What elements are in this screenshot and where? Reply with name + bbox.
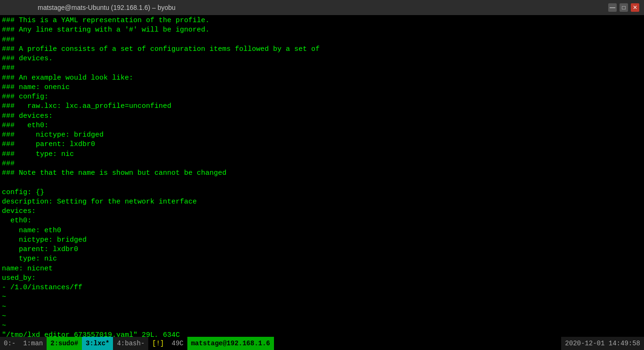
terminal-comment: ### eth0: [2,121,642,130]
maximize-button[interactable]: □ [620,3,628,12]
status-seg-4[interactable]: 4:bash- [113,337,148,350]
terminal-line: name: eth0 [2,226,642,236]
terminal-line: name: nicnet [2,264,642,274]
terminal-comment: ### config: [2,92,642,102]
status-datetime: 2020-12-01 14:49:58 [561,337,644,350]
terminal-comment: ### [2,159,642,169]
terminal-comment: ### parent: lxdbr0 [2,140,642,149]
terminal-line: parent: lxdbr0 [2,245,642,254]
terminal-content: ### This is a YAML representation of the… [0,15,644,337]
status-alert: [!] [148,337,168,350]
terminal-comment: ### A profile consists of a set of confi… [2,45,642,54]
terminal-tilde: ~ [2,312,642,321]
terminal-comment: ### raw.lxc: lxc.aa_profile=unconfined [2,102,642,111]
close-button[interactable]: ✕ [631,3,639,12]
window-title: matstage@mats-Ubuntu (192.168.1.6) – byo… [38,4,176,11]
terminal-statusline: "/tmp/lxd_editor_673557019.yaml" 29L, 63… [2,331,642,337]
terminal-blank [2,178,642,187]
terminal-line: devices: [2,207,642,216]
terminal-comment: ### Any line starting with a '#' will be… [2,25,642,35]
status-seg-3[interactable]: 3:lxc* [82,337,113,350]
terminal-line: used_by: [2,274,642,283]
minimize-button[interactable]: — [608,3,617,12]
terminal-line: config: {} [2,188,642,197]
terminal-comment: ### name: onenic [2,83,642,92]
terminal-comment: ### devices. [2,54,642,64]
terminal-comment: ### devices: [2,112,642,121]
status-seg-2[interactable]: 2:sudo# [47,337,82,350]
terminal-line: eth0: [2,216,642,226]
terminal-line: nictype: bridged [2,236,642,245]
terminal-tilde: ~ [2,293,642,302]
terminal-line: description: Setting for the network int… [2,197,642,207]
terminal-comment: ### [2,64,642,73]
terminal-line: - /1.0/instances/ff [2,283,642,293]
terminal-comment: ### An example would look like: [2,73,642,83]
terminal-tilde: ~ [2,321,642,331]
status-seg-1[interactable]: 1:man [19,337,47,350]
terminal-comment: ### type: nic [2,150,642,159]
terminal-comment: ### This is a YAML representation of the… [2,16,642,25]
terminal-line: type: nic [2,254,642,264]
terminal-tilde: ~ [2,302,642,312]
status-temp: 49C [168,337,187,350]
terminal-comment: ### Note that the name is shown but cann… [2,169,642,178]
statusbar: 0:- 1:man 2:sudo# 3:lxc* 4:bash- [!] 49C… [0,337,644,350]
titlebar: matstage@mats-Ubuntu (192.168.1.6) – byo… [0,0,644,15]
terminal-comment: ### nictype: bridged [2,130,642,140]
terminal-comment: ### [2,35,642,45]
status-seg-0[interactable]: 0:- [0,337,19,350]
status-user-host: matstage@192.168.1.6 [187,337,274,350]
